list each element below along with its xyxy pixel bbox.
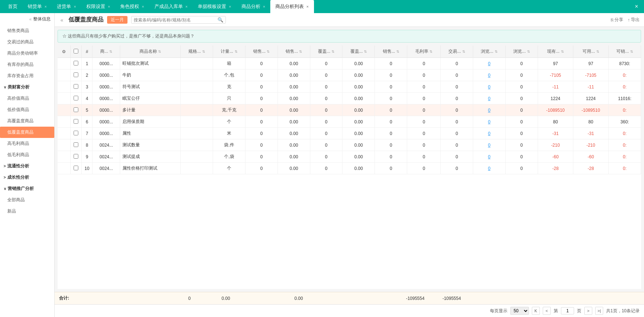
row-browse2: 0 (505, 163, 538, 174)
row-checkbox[interactable] (71, 93, 82, 104)
row-select-checkbox[interactable] (74, 61, 78, 66)
row-checkbox[interactable] (71, 70, 82, 81)
nav-close-sales[interactable]: × (44, 4, 47, 9)
cov2-header[interactable]: 覆盖... ⇅ (342, 45, 375, 58)
row-browse2: 0 (505, 58, 538, 70)
share-button[interactable]: ⎘ 分享 (611, 17, 623, 23)
row-checkbox[interactable] (71, 139, 82, 151)
sidebar-group-growth[interactable]: > 成长性分析 (0, 172, 54, 183)
gross-header[interactable]: 毛利率 ⇅ (407, 45, 441, 58)
sidebar-item-high-margin[interactable]: 高毛利商品 (0, 138, 54, 149)
row-num: 4 (82, 93, 93, 104)
nav-close-role[interactable]: × (142, 4, 144, 9)
spec-header[interactable]: 规格... ⇅ (181, 45, 213, 58)
sidebar-item-category-rate[interactable]: 商品分类动销率 (0, 48, 54, 59)
row-select-checkbox[interactable] (74, 107, 78, 112)
sidebar-item-traded-goods[interactable]: 交易过的商品 (0, 36, 54, 48)
row-checkbox[interactable] (71, 81, 82, 93)
row-browse1[interactable]: 0 (473, 81, 506, 93)
row-browse1[interactable]: 0 (473, 93, 506, 104)
row-checkbox[interactable] (71, 58, 82, 70)
sidebar-item-low-coverage[interactable]: 低覆盖度商品 (0, 127, 54, 138)
code-header[interactable]: 商... ⇅ (93, 45, 120, 58)
row-select-checkbox[interactable] (74, 166, 78, 170)
row-browse1[interactable]: 0 (473, 163, 506, 174)
row-checkbox[interactable] (71, 128, 82, 139)
time-filter-button[interactable]: 近一月 (107, 16, 127, 24)
sales-amt-header[interactable]: 销售... ⇅ (278, 45, 310, 58)
nav-close-permission[interactable]: × (108, 4, 110, 9)
row-checkbox[interactable] (71, 163, 82, 174)
name-header[interactable]: 商品名称 ⇅ (120, 45, 181, 58)
trade-header[interactable]: 交易... ⇅ (441, 45, 473, 58)
row-select-checkbox[interactable] (74, 131, 78, 135)
export-button[interactable]: ↑ 导出 (628, 17, 640, 23)
sidebar-item-in-stock[interactable]: 有库存的商品 (0, 59, 54, 70)
cov1-header[interactable]: 覆盖... ⇅ (310, 45, 342, 58)
nav-item-permission[interactable]: 权限设置 × (81, 0, 115, 13)
nav-close-analysis[interactable]: × (263, 4, 265, 9)
row-browse1[interactable]: 0 (473, 70, 506, 81)
sidebar-group-marketing[interactable]: ∨ 营销推广分析 (0, 183, 54, 194)
sales3-header[interactable]: 销售... ⇅ (375, 45, 407, 58)
available-header[interactable]: 可用... ⇅ (573, 45, 608, 58)
sidebar-group-liquidity[interactable]: > 流通性分析 (0, 161, 54, 172)
row-select-checkbox[interactable] (74, 84, 78, 89)
row-select-checkbox[interactable] (74, 72, 78, 77)
search-input[interactable] (134, 17, 216, 23)
row-select-checkbox[interactable] (74, 142, 78, 147)
nav-close-product-warehouse[interactable]: × (185, 4, 188, 9)
browse2-header[interactable]: 浏览... ⇅ (505, 45, 538, 58)
page-size-select[interactable]: 50 100 (510, 307, 529, 315)
sidebar-item-high-value[interactable]: 高价值商品 (0, 93, 54, 104)
prev-page-button[interactable]: < (543, 307, 551, 315)
row-browse2: 0 (505, 128, 538, 139)
unit-header[interactable]: 计量... ⇅ (213, 45, 245, 58)
current-stock-header[interactable]: 现有... ⇅ (538, 45, 573, 58)
nav-close-analysis-list[interactable]: × (306, 4, 309, 9)
sidebar-group-wealth[interactable]: ∨ 类财富分析 (0, 82, 54, 93)
first-page-button[interactable]: K (532, 307, 540, 315)
nav-close-template[interactable]: × (229, 4, 231, 9)
row-checkbox[interactable] (71, 151, 82, 163)
nav-item-product-warehouse[interactable]: 产成品入库单 × (149, 0, 193, 13)
row-browse1[interactable]: 0 (473, 128, 506, 139)
last-page-button[interactable]: >| (595, 307, 603, 315)
next-page-button[interactable]: > (584, 307, 592, 315)
nav-item-home[interactable]: 首页 (3, 0, 23, 13)
sidebar-item-low-margin[interactable]: 低毛利商品 (0, 149, 54, 161)
select-all-checkbox[interactable] (74, 49, 78, 54)
settings-header[interactable]: ⚙ (58, 45, 71, 58)
sidebar-item-low-value[interactable]: 低价值商品 (0, 104, 54, 115)
sidebar-item-all-goods[interactable]: 全部商品 (0, 194, 54, 206)
nav-item-template[interactable]: 单据模板设置 × (193, 0, 236, 13)
row-select-checkbox[interactable] (74, 96, 78, 100)
row-checkbox[interactable] (71, 116, 82, 128)
sidebar-item-capital[interactable]: 库存资金占用 (0, 70, 54, 82)
row-browse1[interactable]: 0 (473, 116, 506, 128)
row-select-checkbox[interactable] (74, 119, 78, 124)
nav-item-analysis-list[interactable]: 商品分析列表 × (270, 0, 314, 13)
sidebar-item-high-coverage[interactable]: 高覆盖度商品 (0, 115, 54, 127)
sales-qty-header[interactable]: 销售... ⇅ (245, 45, 278, 58)
sellable-header[interactable]: 可销... ⇅ (608, 45, 641, 58)
nav-item-analysis[interactable]: 商品分析 × (236, 0, 270, 13)
sidebar-collapse-button[interactable]: « (59, 16, 65, 24)
sidebar-item-new-goods[interactable]: 新品 (0, 206, 54, 217)
row-browse1[interactable]: 0 (473, 58, 506, 70)
row-select-checkbox[interactable] (74, 154, 78, 159)
row-browse1[interactable]: 0 (473, 151, 506, 163)
browse1-header[interactable]: 浏览... ⇅ (473, 45, 506, 58)
sidebar-section-overall[interactable]: « 整体信息 (0, 13, 54, 25)
page-number-input[interactable] (561, 307, 574, 314)
checkbox-header[interactable] (71, 45, 82, 58)
row-checkbox[interactable] (71, 104, 82, 116)
row-browse1[interactable]: 0 (473, 139, 506, 151)
window-close-button[interactable]: × (632, 3, 641, 10)
nav-item-sales[interactable]: 销货单 × (23, 0, 52, 13)
nav-close-purchase[interactable]: × (74, 4, 76, 9)
nav-item-role[interactable]: 角色授权 × (115, 0, 149, 13)
sidebar-item-sales-goods[interactable]: 销售类商品 (0, 25, 54, 36)
row-browse1[interactable]: 0 (473, 104, 506, 116)
nav-item-purchase[interactable]: 进货单 × (52, 0, 81, 13)
